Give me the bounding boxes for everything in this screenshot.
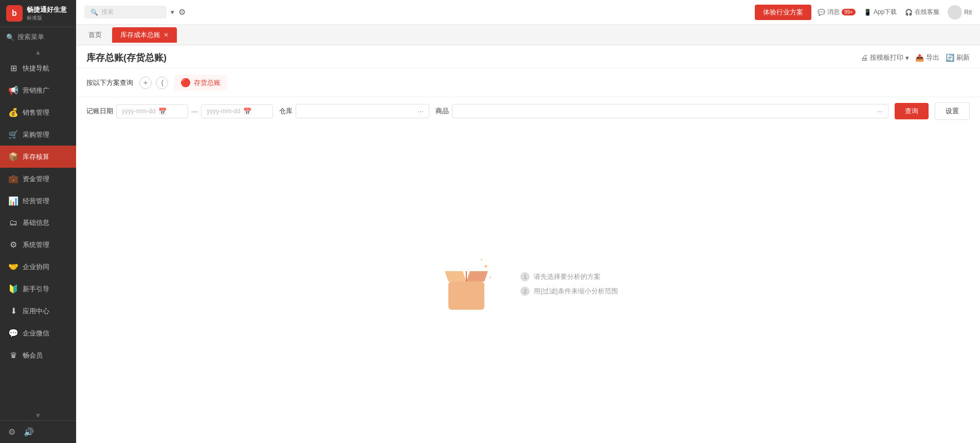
sidebar-search[interactable]: 🔍 搜索菜单: [0, 27, 76, 47]
message-badge: 99+: [842, 9, 856, 15]
logo-area: b 畅捷通好生意 标准版: [0, 0, 76, 27]
audio-footer-icon[interactable]: 🔊: [24, 427, 34, 437]
tip-num-1: 1: [520, 272, 530, 281]
topbar-dropdown[interactable]: ▾: [171, 8, 174, 16]
sidebar-item-appstore[interactable]: ⬇ 应用中心: [0, 300, 76, 322]
print-icon: 🖨: [861, 54, 868, 62]
sidebar-item-guide[interactable]: 🔰 新手引导: [0, 278, 76, 300]
export-btn[interactable]: 📤 导出: [915, 53, 939, 62]
search-icon: 🔍: [6, 33, 14, 41]
app-download-btn[interactable]: 📱 App下载: [864, 8, 897, 16]
date-end-input[interactable]: yyyy-mm-dd 📅: [201, 104, 273, 118]
page-content: 库存总账(存货总账) 🖨 按模板打印 ▾ 📤 导出 🔄 刷新 按以下方案查: [76, 45, 980, 443]
sidebar-nav: ⊞ 快捷导航 📢 营销推广 💰 销售管理 🛒 采购管理 📦 库存核算 💼 资金管…: [0, 57, 76, 410]
sidebar-item-inventory[interactable]: 📦 库存核算: [0, 146, 76, 168]
empty-illustration: ✦ ✦ ✦: [438, 253, 500, 315]
sidebar-item-member[interactable]: ♛ 畅会员: [0, 344, 76, 366]
warehouse-input[interactable]: ···: [296, 104, 429, 118]
sidebar-item-quick-nav[interactable]: ⊞ 快捷导航: [0, 57, 76, 79]
inventory-icon: 📦: [8, 152, 19, 162]
purchase-icon: 🛒: [8, 130, 19, 139]
logo-icon: b: [6, 5, 23, 22]
tip-item-1: 1 请先选择要分析的方案: [520, 272, 618, 281]
tip-item-2: 2 用[过滤]条件来缩小分析范围: [520, 287, 618, 296]
sidebar-footer: ⚙ 🔊: [0, 420, 76, 443]
appstore-icon: ⬇: [8, 306, 19, 316]
refresh-icon: 🔄: [946, 54, 954, 62]
date-separator: —: [191, 108, 198, 115]
calendar-end-icon[interactable]: 📅: [243, 108, 251, 115]
topbar-search-box[interactable]: 🔍 搜索: [84, 6, 167, 19]
topbar-right: 💬 消息 99+ 📱 App下载 🎧 在线客服 Rit: [818, 5, 972, 20]
sidebar-item-enterprise[interactable]: 🤝 企业协同: [0, 256, 76, 278]
refresh-btn[interactable]: 🔄 刷新: [946, 53, 970, 62]
filter-area: 按以下方案查询 ＋ ⟨ 🔴 存货总账: [76, 68, 980, 97]
sidebar-item-operation[interactable]: 📊 经营管理: [0, 190, 76, 212]
sidebar-item-marketing[interactable]: 📢 营销推广: [0, 79, 76, 101]
message-icon: 💬: [818, 9, 825, 16]
industry-btn[interactable]: 体验行业方案: [755, 5, 811, 20]
scroll-up-arrow[interactable]: ▲: [0, 47, 76, 57]
tab-home[interactable]: 首页: [80, 27, 110, 43]
sidebar-item-finance[interactable]: 💼 资金管理: [0, 168, 76, 190]
search-icon: 🔍: [90, 9, 98, 16]
user-avatar: [948, 5, 962, 20]
date-label: 记账日期: [86, 107, 113, 116]
phone-icon: 📱: [864, 9, 872, 16]
date-start-input[interactable]: yyyy-mm-dd 📅: [116, 104, 188, 118]
wechat-icon: 💬: [8, 328, 19, 338]
sidebar-item-system[interactable]: ⚙ 系统管理: [0, 234, 76, 256]
topbar-settings-icon[interactable]: ⚙: [178, 7, 186, 17]
scroll-down-arrow[interactable]: ▼: [0, 410, 76, 420]
empty-tips: 1 请先选择要分析的方案 2 用[过滤]条件来缩小分析范围: [520, 272, 618, 296]
operation-icon: 📊: [8, 196, 19, 206]
sidebar: b 畅捷通好生意 标准版 🔍 搜索菜单 ▲ ⊞ 快捷导航 📢 营销推广 💰 销售…: [0, 0, 76, 443]
guide-icon: 🔰: [8, 284, 19, 294]
online-service-btn[interactable]: 🎧 在线客服: [905, 8, 939, 16]
system-icon: ⚙: [8, 240, 19, 250]
tabbar: 首页 库存成本总账 ✕: [76, 25, 980, 45]
goods-field-group: 商品 ···: [435, 104, 888, 118]
page-header: 库存总账(存货总账) 🖨 按模板打印 ▾ 📤 导出 🔄 刷新: [76, 45, 980, 68]
sidebar-item-wechat[interactable]: 💬 企业微信: [0, 322, 76, 344]
empty-content: ✦ ✦ ✦ 1 请先选择要分析的方案 2 用[过滤]条件来缩小分析范围: [438, 253, 618, 315]
chevron-down-icon: ▾: [171, 8, 174, 16]
goods-input[interactable]: ···: [452, 104, 888, 118]
sidebar-item-purchase[interactable]: 🛒 采购管理: [0, 123, 76, 146]
filter-actions: ＋ ⟨: [139, 77, 168, 89]
headset-icon: 🎧: [905, 9, 913, 16]
finance-icon: 💼: [8, 174, 19, 184]
schema-item[interactable]: 🔴 存货总账: [174, 75, 227, 91]
calendar-start-icon[interactable]: 📅: [158, 108, 167, 115]
print-dropdown-icon[interactable]: ▾: [905, 54, 909, 62]
marketing-icon: 📢: [8, 85, 19, 95]
user-area[interactable]: Rit: [948, 5, 972, 20]
topbar-left: 🔍 搜索 ▾ ⚙: [84, 6, 749, 19]
svg-text:✦: ✦: [488, 275, 492, 280]
page-title: 库存总账(存货总账): [86, 51, 167, 64]
sidebar-item-basic[interactable]: 🗂 基础信息: [0, 212, 76, 234]
empty-svg: ✦ ✦ ✦: [438, 253, 500, 320]
filter-collapse-btn[interactable]: ⟨: [156, 77, 168, 89]
sidebar-item-sales[interactable]: 💰 销售管理: [0, 101, 76, 123]
settings-button[interactable]: 设置: [935, 102, 970, 120]
svg-marker-2: [466, 271, 488, 281]
filter-add-btn[interactable]: ＋: [139, 77, 152, 89]
empty-area: ✦ ✦ ✦ 1 请先选择要分析的方案 2 用[过滤]条件来缩小分析范围: [76, 125, 980, 443]
warehouse-more-icon[interactable]: ···: [418, 107, 424, 115]
print-btn[interactable]: 🖨 按模板打印 ▾: [861, 53, 909, 62]
page-actions: 🖨 按模板打印 ▾ 📤 导出 🔄 刷新: [861, 53, 970, 62]
main-content: 🔍 搜索 ▾ ⚙ 体验行业方案 💬 消息 99+ 📱 App下载 🎧 在线客服: [76, 0, 980, 443]
message-btn[interactable]: 💬 消息 99+: [818, 8, 856, 16]
tab-close-icon[interactable]: ✕: [164, 31, 169, 39]
member-icon: ♛: [8, 350, 19, 360]
tab-inventory-cost[interactable]: 库存成本总账 ✕: [112, 27, 177, 43]
topbar: 🔍 搜索 ▾ ⚙ 体验行业方案 💬 消息 99+ 📱 App下载 🎧 在线客服: [76, 0, 980, 25]
warehouse-label: 仓库: [279, 107, 293, 116]
tip-num-2: 2: [520, 287, 530, 296]
filter-label: 按以下方案查询: [86, 78, 133, 87]
schema-icon: 🔴: [180, 78, 191, 87]
search-button[interactable]: 查询: [895, 103, 929, 119]
settings-footer-icon[interactable]: ⚙: [8, 427, 15, 437]
goods-more-icon[interactable]: ···: [877, 107, 883, 115]
